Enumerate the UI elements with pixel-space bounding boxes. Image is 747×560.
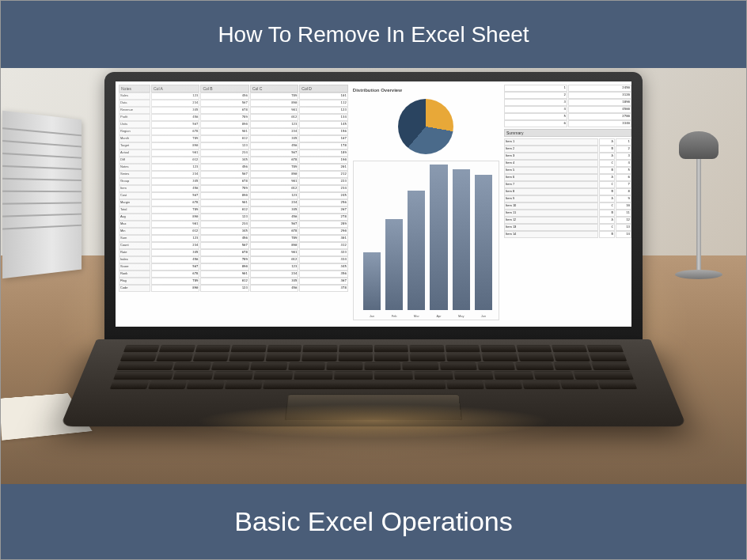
hero-photo: NotesSalesDataRevenueProfitUnitsRegionMo… (1, 68, 746, 484)
desk-lamp (675, 131, 722, 305)
laptop-screen: NotesSalesDataRevenueProfitUnitsRegionMo… (116, 81, 631, 327)
right-table-col-a: Item 1Item 2Item 3Item 4Item 5Item 6Item… (504, 138, 598, 324)
right-table-col-c: 1234567891011121314 (616, 138, 631, 324)
charts-panel: Distribution Overview JanFebMarAprMayJun (350, 85, 502, 324)
data-col-b: Col B45656767878989090101212323434545656… (200, 85, 248, 324)
laptop-trackpad (285, 395, 463, 421)
top-title-text: How To Remove In Excel Sheet (218, 22, 529, 47)
data-col-c: Col C78989090101212323434545656767878989… (250, 85, 298, 324)
laptop-base (60, 339, 687, 426)
pie-chart (398, 99, 453, 154)
right-top-col-a: 123456 (504, 85, 567, 127)
bottom-title-banner: Basic Excel Operations (1, 484, 746, 559)
row-labels-column: NotesSalesDataRevenueProfitUnitsRegionMo… (119, 85, 150, 324)
spreadsheet-right-panel: 123456 245031201890456027803340 Summary … (504, 85, 631, 324)
data-col-a: Col A12323434545656767878989090101212323… (151, 85, 199, 324)
paper-stack (2, 111, 82, 278)
data-col-d: Col D10111212313414515616717818919020121… (299, 85, 347, 324)
right-table-col-b: ABACBACBACBACB (599, 138, 615, 324)
tutorial-card: How To Remove In Excel Sheet NotesSalesD… (0, 0, 747, 560)
top-title-banner: How To Remove In Excel Sheet (1, 1, 746, 68)
spreadsheet-left-grid: NotesSalesDataRevenueProfitUnitsRegionMo… (119, 85, 348, 324)
chart-title: Distribution Overview (353, 88, 499, 93)
laptop-keyboard (110, 345, 637, 389)
laptop: NotesSalesDataRevenueProfitUnitsRegionMo… (97, 72, 650, 474)
laptop-bezel: NotesSalesDataRevenueProfitUnitsRegionMo… (104, 72, 643, 341)
right-top-col-b: 245031201890456027803340 (568, 85, 631, 127)
bar-chart: JanFebMarAprMayJun (353, 161, 499, 320)
right-table-header: Summary (504, 129, 631, 137)
bottom-title-text: Basic Excel Operations (234, 506, 513, 537)
